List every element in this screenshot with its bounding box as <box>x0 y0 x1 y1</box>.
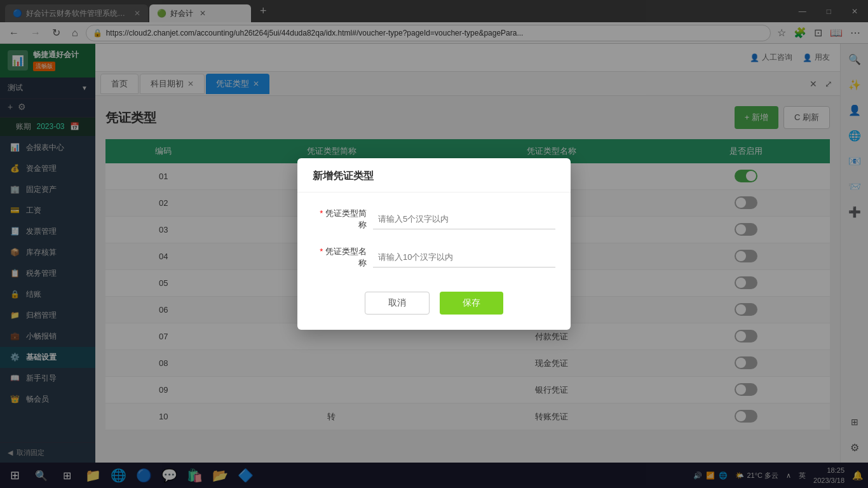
cancel-button[interactable]: 取消 <box>365 292 430 315</box>
modal: 新增凭证类型 * 凭证类型简称 * 凭证类型名称 取消 保存 <box>297 158 571 330</box>
modal-overlay: 新增凭证类型 * 凭证类型简称 * 凭证类型名称 取消 保存 <box>0 0 868 488</box>
modal-header: 新增凭证类型 <box>297 158 571 193</box>
field-name-input[interactable] <box>373 247 555 268</box>
save-button[interactable]: 保存 <box>440 292 503 315</box>
modal-title: 新增凭证类型 <box>313 170 374 183</box>
modal-body: * 凭证类型简称 * 凭证类型名称 <box>297 193 571 284</box>
form-row-name: * 凭证类型名称 <box>313 246 555 269</box>
modal-footer: 取消 保存 <box>297 284 571 330</box>
field-short-label: * 凭证类型简称 <box>313 208 373 231</box>
field-name-label: * 凭证类型名称 <box>313 246 373 269</box>
form-row-short: * 凭证类型简称 <box>313 208 555 231</box>
field-short-input[interactable] <box>373 209 555 229</box>
